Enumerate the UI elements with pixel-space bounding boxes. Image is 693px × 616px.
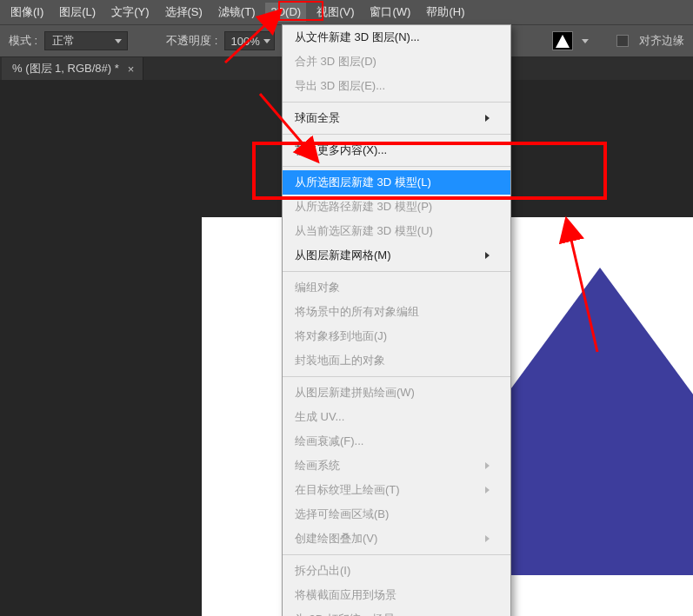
menu-view[interactable]: 视图(V)	[311, 3, 359, 22]
chevron-down-icon	[263, 39, 270, 43]
chevron-right-icon	[485, 252, 490, 259]
document-tab[interactable]: % (图层 1, RGB/8#) * ×	[2, 57, 143, 80]
menu-item-move-to-ground[interactable]: 将对象移到地面(J)	[283, 324, 510, 348]
chevron-right-icon	[485, 115, 490, 122]
menu-item-new-3d-from-path[interactable]: 从所选路径新建 3D 模型(P)	[283, 195, 510, 219]
menu-help[interactable]: 帮助(H)	[421, 3, 470, 22]
menu-3d[interactable]: 3D(D)	[265, 3, 306, 22]
menu-item-apply-cross-section[interactable]: 将横截面应用到场景	[283, 583, 510, 607]
menu-separator	[283, 271, 510, 272]
menu-item-new-3d-from-selection[interactable]: 从当前选区新建 3D 模型(U)	[283, 219, 510, 243]
menu-image[interactable]: 图像(I)	[5, 3, 49, 22]
opacity-field[interactable]: 100%	[224, 31, 274, 50]
close-icon[interactable]: ×	[128, 63, 135, 76]
menu-item-unify-scene-for-3d-print[interactable]: 为 3D 打印统一场景	[283, 607, 510, 616]
menu-layer[interactable]: 图层(L)	[54, 3, 101, 22]
menu-separator	[283, 554, 510, 555]
menu-item-group-all-in-scene[interactable]: 将场景中的所有对象编组	[283, 300, 510, 324]
menu-separator	[283, 102, 510, 103]
chevron-right-icon	[485, 535, 490, 542]
menu-item-select-paintable-area[interactable]: 选择可绘画区域(B)	[283, 502, 510, 527]
shape-swatch[interactable]	[552, 31, 573, 50]
menu-item-new-tiled-painting[interactable]: 从图层新建拼贴绘画(W)	[283, 381, 510, 405]
menu-3d-dropdown: 从文件新建 3D 图层(N)... 合并 3D 图层(D) 导出 3D 图层(E…	[282, 24, 511, 616]
chevron-right-icon	[485, 462, 490, 469]
menu-item-paint-on-target-texture[interactable]: 在目标纹理上绘画(T)	[283, 478, 510, 502]
menu-type[interactable]: 文字(Y)	[106, 3, 154, 22]
document-title: % (图层 1, RGB/8#) *	[12, 61, 119, 76]
align-edges-checkbox[interactable]	[616, 35, 629, 47]
menu-filter[interactable]: 滤镜(T)	[213, 3, 261, 22]
menu-item-pack-on-ground[interactable]: 封装地面上的对象	[283, 348, 510, 373]
menu-item-create-paint-overlay[interactable]: 创建绘图叠加(V)	[283, 527, 510, 551]
menu-window[interactable]: 窗口(W)	[364, 3, 416, 22]
mode-label: 模式 :	[9, 33, 37, 49]
menu-item-merge-3d-layers[interactable]: 合并 3D 图层(D)	[283, 50, 510, 74]
menu-item-new-3d-from-layer[interactable]: 从所选图层新建 3D 模型(L)	[283, 170, 510, 195]
menubar: 图像(I) 图层(L) 文字(Y) 选择(S) 滤镜(T) 3D(D) 视图(V…	[0, 0, 693, 24]
menu-separator	[283, 166, 510, 167]
chevron-down-icon	[115, 39, 122, 43]
menu-item-get-more-content[interactable]: 获取更多内容(X)...	[283, 138, 510, 162]
align-edges-label: 对齐边缘	[639, 33, 684, 49]
chevron-down-icon[interactable]	[582, 39, 589, 43]
menu-item-generate-uv[interactable]: 生成 UV...	[283, 405, 510, 429]
triangle-icon	[556, 35, 570, 48]
menu-select[interactable]: 选择(S)	[160, 3, 208, 22]
menu-item-group-objects[interactable]: 编组对象	[283, 275, 510, 300]
menu-separator	[283, 134, 510, 135]
opacity-value: 100%	[230, 35, 259, 48]
menu-item-export-3d-layer[interactable]: 导出 3D 图层(E)...	[283, 74, 510, 98]
mode-select[interactable]: 正常	[44, 31, 128, 50]
menu-item-split-extrusion[interactable]: 拆分凸出(I)	[283, 559, 510, 583]
chevron-right-icon	[485, 487, 490, 493]
menu-item-paint-system[interactable]: 绘画系统	[283, 454, 510, 478]
menu-item-spherical-panorama[interactable]: 球面全景	[283, 106, 510, 130]
menu-item-new-3d-from-file[interactable]: 从文件新建 3D 图层(N)...	[283, 25, 510, 50]
menu-item-new-mesh-from-layer[interactable]: 从图层新建网格(M)	[283, 243, 510, 268]
menu-item-paint-falloff[interactable]: 绘画衰减(F)...	[283, 429, 510, 454]
menu-separator	[283, 376, 510, 377]
mode-value: 正常	[52, 33, 75, 49]
opacity-label: 不透明度 :	[166, 33, 217, 49]
